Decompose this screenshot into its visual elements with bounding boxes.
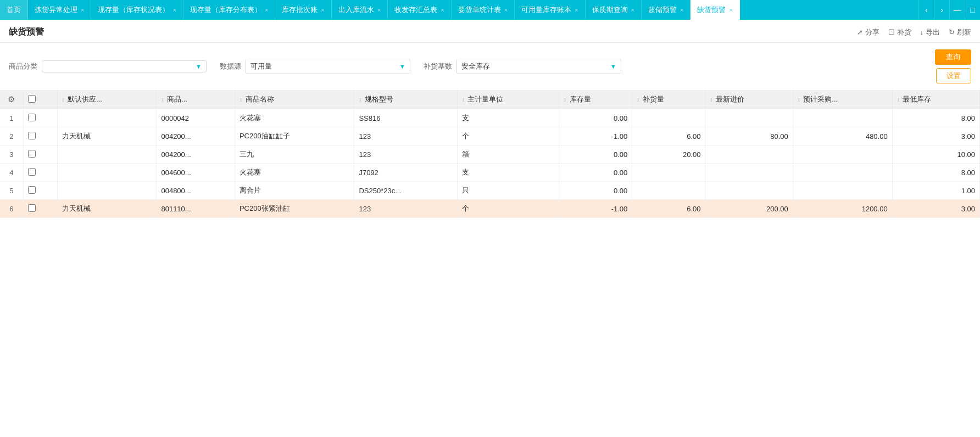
cell-unit-0: 支 <box>457 109 559 127</box>
cell-checkbox-5[interactable] <box>23 200 57 218</box>
cell-seq-0: 1 <box>0 109 23 127</box>
row-checkbox-1[interactable] <box>28 132 36 139</box>
tab-inout-flow[interactable]: 出入库流水 × <box>332 0 388 20</box>
cell-price-0 <box>705 109 793 127</box>
tab-exception-close[interactable]: × <box>81 7 84 13</box>
tab-inventory-status-close[interactable]: × <box>172 7 176 13</box>
cell-checkbox-1[interactable] <box>23 127 57 145</box>
cell-supplier-5: 力天机械 <box>57 200 157 218</box>
tab-receive-summary[interactable]: 收发存汇总表 × <box>388 0 451 20</box>
cell-checkbox-2[interactable] <box>23 145 57 164</box>
nav-arrow-right[interactable]: › <box>934 0 949 20</box>
th-spec-label: 规格型号 <box>365 95 393 103</box>
tab-overstock[interactable]: 超储预警 × <box>642 0 691 20</box>
tab-batch-account[interactable]: 库存批次账 × <box>275 0 331 20</box>
tab-inventory-dist-close[interactable]: × <box>265 7 268 13</box>
tab-expiry-query-close[interactable]: × <box>631 7 634 13</box>
sort-est-icon[interactable]: ↕ <box>798 97 800 103</box>
th-latest-price: ↕ 最新进价 <box>705 90 793 109</box>
export-label: 导出 <box>926 27 940 37</box>
cell-supplier-2 <box>57 145 157 164</box>
tab-available-ledger-close[interactable]: × <box>575 7 578 13</box>
cell-spec-0: SS816 <box>354 109 457 127</box>
tab-available-ledger[interactable]: 可用量库存账本 × <box>515 0 585 20</box>
th-min-stock-label: 最低库存 <box>903 95 931 103</box>
cell-inventory-4: 0.00 <box>559 182 632 200</box>
cell-name-0: 火花塞 <box>235 109 354 127</box>
nav-maximize[interactable]: □ <box>965 0 980 20</box>
nav-minimize[interactable]: — <box>949 0 965 20</box>
cell-checkbox-0[interactable] <box>23 109 57 127</box>
th-latest-price-label: 最新进价 <box>716 95 744 103</box>
tab-shortage[interactable]: 缺货预警 × <box>691 0 739 20</box>
sort-spec-icon[interactable]: ↕ <box>359 97 361 103</box>
tab-expiry-query[interactable]: 保质期查询 × <box>586 0 642 20</box>
tab-overstock-close[interactable]: × <box>680 7 683 13</box>
cell-seq-2: 3 <box>0 145 23 164</box>
cell-replenish-5: 6.00 <box>632 200 705 218</box>
th-spec: ↕ 规格型号 <box>354 90 457 109</box>
tab-inventory-status[interactable]: 现存量（库存状况表） × <box>91 0 183 20</box>
cell-unit-4: 只 <box>457 182 559 200</box>
nav-arrow-left[interactable]: ‹ <box>918 0 934 20</box>
sort-name-icon[interactable]: ↕ <box>240 97 242 103</box>
data-table: ⚙ ↕ 默认供应... ↕ 商品... ↕ 商品名称 <box>0 90 980 218</box>
replenish-base-arrow-icon: ▼ <box>610 63 616 70</box>
share-icon: ➚ <box>857 28 863 36</box>
cell-name-5: PC200张紧油缸 <box>235 200 354 218</box>
cell-checkbox-3[interactable] <box>23 164 57 182</box>
tab-demand-stat[interactable]: 要货单统计表 × <box>452 0 515 20</box>
tab-demand-stat-close[interactable]: × <box>504 7 508 13</box>
data-table-wrapper: ⚙ ↕ 默认供应... ↕ 商品... ↕ 商品名称 <box>0 90 980 218</box>
replenish-button[interactable]: ☐ 补货 <box>888 27 911 37</box>
th-default-supplier-label: 默认供应... <box>68 95 102 103</box>
sort-min-icon[interactable]: ↕ <box>897 97 900 103</box>
table-row: 3 004200... 三九 123 箱 0.00 20.00 10.00 <box>0 145 980 164</box>
tab-receive-summary-close[interactable]: × <box>441 7 444 13</box>
settings-button[interactable]: 设置 <box>936 68 971 83</box>
datasource-label: 数据源 <box>220 61 241 71</box>
refresh-button[interactable]: ↻ 刷新 <box>949 27 971 37</box>
sort-supplier-icon[interactable]: ↕ <box>62 97 65 103</box>
datasource-select[interactable]: 可用量 ▼ <box>246 59 410 74</box>
row-checkbox-3[interactable] <box>28 168 36 176</box>
table-row: 5 004800... 离合片 DS250*23c... 只 0.00 1.00 <box>0 182 980 200</box>
export-button[interactable]: ↓ 导出 <box>920 27 940 37</box>
table-body: 1 0000042 火花塞 SS816 支 0.00 8.00 2 力天机械 0… <box>0 109 980 218</box>
query-button[interactable]: 查询 <box>935 49 971 65</box>
cell-price-2 <box>705 145 793 164</box>
select-all-checkbox[interactable] <box>28 95 36 103</box>
sort-inventory-icon[interactable]: ↕ <box>564 97 566 103</box>
cell-spec-5: 123 <box>354 200 457 218</box>
replenish-base-select[interactable]: 安全库存 ▼ <box>456 59 621 74</box>
cell-code-0: 0000042 <box>157 109 235 127</box>
tab-batch-account-close[interactable]: × <box>321 7 324 13</box>
cell-checkbox-4[interactable] <box>23 182 57 200</box>
cell-est-4 <box>793 182 892 200</box>
tab-home[interactable]: 首页 <box>0 0 28 20</box>
row-checkbox-2[interactable] <box>28 150 36 158</box>
row-checkbox-5[interactable] <box>28 204 36 212</box>
tab-shortage-close[interactable]: × <box>729 7 732 13</box>
share-button[interactable]: ➚ 分享 <box>857 27 879 37</box>
tab-exception[interactable]: 拣货异常处理 × <box>28 0 91 20</box>
column-settings-icon[interactable]: ⚙ <box>8 94 15 104</box>
row-checkbox-4[interactable] <box>28 186 36 194</box>
cell-replenish-0 <box>632 109 705 127</box>
th-gear[interactable]: ⚙ <box>0 90 23 109</box>
cell-min-stock-3: 8.00 <box>892 164 979 182</box>
th-est-purchase-label: 预计采购... <box>803 95 838 103</box>
th-min-stock: ↕ 最低库存 <box>892 90 979 109</box>
tab-inout-flow-close[interactable]: × <box>377 7 381 13</box>
cell-seq-3: 4 <box>0 164 23 182</box>
category-select[interactable]: ▼ <box>42 60 207 72</box>
th-checkbox <box>23 90 57 109</box>
sort-price-icon[interactable]: ↕ <box>710 97 712 103</box>
sort-code-icon[interactable]: ↕ <box>161 97 164 103</box>
row-checkbox-0[interactable] <box>28 114 36 121</box>
cell-unit-5: 个 <box>457 200 559 218</box>
sort-replenish-icon[interactable]: ↕ <box>637 97 639 103</box>
datasource-arrow-icon: ▼ <box>399 63 405 70</box>
sort-unit-icon[interactable]: ↕ <box>462 97 465 103</box>
tab-inventory-dist[interactable]: 现存量（库存分布表） × <box>183 0 275 20</box>
